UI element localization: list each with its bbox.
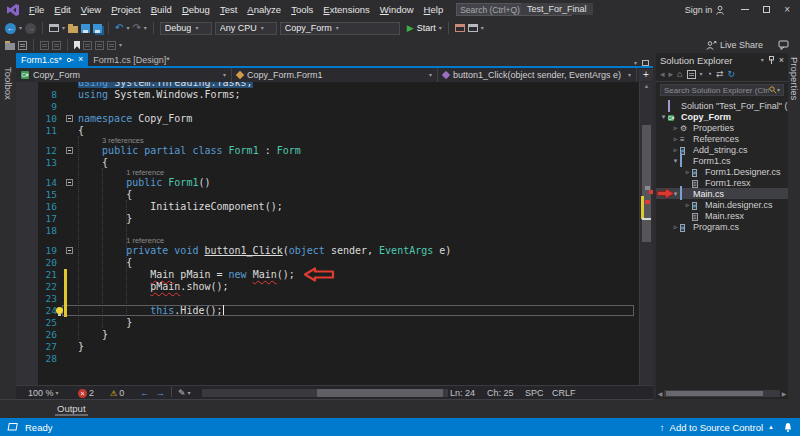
line-ending-indicator[interactable]: CRLF bbox=[552, 387, 576, 399]
navigate-backward-files-button[interactable] bbox=[5, 43, 15, 50]
line-indicator[interactable]: Ln: 24 bbox=[450, 387, 475, 399]
code-line-15[interactable]: 15 { bbox=[16, 189, 639, 201]
toolbar-overflow-icon[interactable]: ▾ bbox=[481, 25, 484, 31]
tree-item-solution-test-for-final-2-of-2-pre[interactable]: Solution "Test_For_Final" (2 of 2 pre bbox=[656, 100, 788, 111]
tree-item-main-designer-cs[interactable]: ▹#Main.designer.cs bbox=[656, 199, 788, 210]
scrollbar-thumb[interactable] bbox=[317, 389, 443, 397]
scrollbar-thumb[interactable] bbox=[666, 391, 763, 396]
undo-dropdown-icon[interactable]: ▾ bbox=[126, 25, 129, 31]
tab-form1-cs[interactable]: Form1.cs* × bbox=[16, 53, 88, 66]
type-dropdown[interactable]: Copy_Form.Form1 ▾ bbox=[232, 68, 438, 82]
menu-tools[interactable]: Tools bbox=[286, 3, 318, 16]
document-list-dropdown-icon[interactable]: ▾ bbox=[634, 60, 637, 66]
tree-item-form1-resx[interactable]: ≡Form1.resx bbox=[656, 177, 788, 188]
solution-platform-select[interactable]: Any CPU ▾ bbox=[215, 22, 277, 35]
code-line-20[interactable]: 20 { bbox=[16, 257, 639, 269]
open-file-button[interactable] bbox=[68, 26, 78, 33]
forward-icon[interactable]: ▸ bbox=[669, 69, 674, 79]
menu-window[interactable]: Window bbox=[375, 3, 419, 16]
collapse-icon[interactable]: ▾ bbox=[659, 113, 668, 121]
minimize-button[interactable] bbox=[741, 9, 749, 10]
codelens-references[interactable]: 1 reference bbox=[126, 169, 164, 177]
switch-views-icon[interactable] bbox=[687, 70, 696, 79]
menu-test[interactable]: Test bbox=[215, 3, 242, 16]
fold-collapse-icon[interactable] bbox=[66, 247, 73, 254]
save-button[interactable] bbox=[81, 24, 90, 33]
tree-item-add-string-cs[interactable]: ▹#Add_string.cs bbox=[656, 144, 788, 155]
startup-project-select[interactable]: Copy_Form ▾ bbox=[280, 22, 400, 35]
menu-analyze[interactable]: Analyze bbox=[242, 3, 286, 16]
tree-item-form1-designer-cs[interactable]: ▹#Form1.Designer.cs bbox=[656, 166, 788, 177]
find-in-files-button[interactable] bbox=[468, 24, 478, 32]
vertical-scrollbar[interactable]: ▲ bbox=[639, 82, 653, 385]
navigate-forward-small-button[interactable]: → bbox=[156, 387, 165, 399]
menu-extensions[interactable]: Extensions bbox=[318, 3, 374, 16]
expand-icon[interactable]: ▹ bbox=[671, 135, 680, 143]
spaces-indicator[interactable]: SPC bbox=[525, 387, 544, 399]
chevron-down-icon[interactable]: ▾ bbox=[700, 71, 703, 77]
notifications-bell-icon[interactable] bbox=[783, 422, 793, 433]
tab-form1-cs-design[interactable]: Form1.cs [Design]* bbox=[88, 53, 175, 66]
expand-icon[interactable]: ▹ bbox=[683, 168, 692, 176]
add-to-source-control-button[interactable]: Add to Source Control bbox=[670, 422, 763, 433]
code-line-12[interactable]: 12 public partial class Form1 : Form bbox=[16, 145, 639, 157]
close-tab-icon[interactable]: × bbox=[78, 55, 83, 64]
tree-item-properties[interactable]: ▹⚙Properties bbox=[656, 122, 788, 133]
close-panel-icon[interactable]: × bbox=[779, 55, 784, 65]
save-all-button[interactable] bbox=[93, 24, 102, 33]
expand-icon[interactable]: ▹ bbox=[671, 146, 680, 154]
menu-project[interactable]: Project bbox=[106, 3, 146, 16]
tree-item-form1-cs[interactable]: ▾Form1.cs bbox=[656, 155, 788, 166]
collapse-icon[interactable]: ▾ bbox=[671, 190, 680, 198]
code-text-area[interactable]: using System.Threading.Tasks;8using Syst… bbox=[16, 82, 639, 385]
warning-count-badge[interactable]: ⚠ 0 bbox=[110, 387, 124, 399]
code-line-22[interactable]: 22 pMain.show(); bbox=[16, 281, 639, 293]
menu-file[interactable]: File bbox=[24, 3, 49, 16]
scroll-left-icon[interactable]: ◀ bbox=[656, 390, 664, 397]
code-line-17[interactable]: 17 } bbox=[16, 213, 639, 225]
code-line-27[interactable]: 27} bbox=[16, 341, 639, 353]
error-count-badge[interactable]: × 2 bbox=[78, 387, 94, 399]
code-line-23[interactable]: 23 bbox=[16, 293, 639, 305]
tree-item-references[interactable]: ▹≡References bbox=[656, 133, 788, 144]
column-indicator[interactable]: Ch: 25 bbox=[487, 387, 514, 399]
next-bookmark-button[interactable] bbox=[95, 41, 104, 50]
navigate-forward-button[interactable]: → bbox=[25, 23, 36, 34]
increase-indent-button[interactable] bbox=[52, 41, 61, 50]
codelens-references[interactable]: 1 reference bbox=[126, 237, 164, 245]
navigate-back-dropdown-icon[interactable]: ▾ bbox=[19, 25, 22, 31]
code-line-21[interactable]: 21 Main pMain = new Main(); bbox=[16, 269, 639, 281]
toolbox-side-tab[interactable]: Toolbox bbox=[0, 53, 16, 399]
new-project-dropdown-icon[interactable]: ▾ bbox=[62, 25, 65, 31]
menu-edit[interactable]: Edit bbox=[49, 3, 75, 16]
pending-changes-filter-icon[interactable]: ◔ bbox=[707, 69, 712, 79]
scrollbar-thumb[interactable] bbox=[642, 125, 651, 242]
fold-collapse-icon[interactable] bbox=[66, 179, 73, 186]
member-dropdown[interactable]: button1_Click(object sender, EventArgs e… bbox=[438, 68, 637, 82]
edit-mode-button[interactable]: ✎ ▾ bbox=[178, 387, 191, 399]
menu-debug[interactable]: Debug bbox=[177, 3, 215, 16]
split-window-button[interactable]: + bbox=[639, 69, 653, 81]
collapse-icon[interactable]: ▾ bbox=[671, 157, 680, 165]
quick-actions-lightbulb-icon[interactable] bbox=[56, 307, 63, 314]
code-line-16[interactable]: 16 InitializeComponent(); bbox=[16, 201, 639, 213]
redo-button[interactable]: ↷ bbox=[132, 22, 140, 34]
project-dropdown[interactable]: C# Copy_Form ▾ bbox=[16, 68, 232, 82]
display-quick-info-button[interactable] bbox=[18, 41, 27, 50]
toggle-bookmark-button[interactable] bbox=[74, 41, 80, 50]
solution-explorer-horizontal-scrollbar[interactable]: ◀ ▶ bbox=[656, 389, 788, 397]
fold-collapse-icon[interactable] bbox=[66, 147, 73, 154]
code-line-10[interactable]: 10namespace Copy_Form bbox=[16, 113, 639, 125]
background-tasks-icon[interactable] bbox=[7, 422, 19, 432]
live-share-button[interactable]: Live Share bbox=[706, 40, 763, 50]
navigate-back-small-button[interactable]: ← bbox=[140, 387, 149, 399]
solution-configuration-select[interactable]: Debug ▾ bbox=[160, 22, 212, 35]
sync-with-active-document-icon[interactable]: ⇄ bbox=[716, 69, 724, 79]
tree-item-copy-form[interactable]: ▾C#Copy_Form bbox=[656, 111, 788, 122]
tree-item-main-cs[interactable]: ▾Main.cs bbox=[656, 188, 788, 199]
fold-collapse-icon[interactable] bbox=[66, 115, 73, 122]
menu-build[interactable]: Build bbox=[146, 3, 177, 16]
code-line-14[interactable]: 14 public Form1() bbox=[16, 177, 639, 189]
chevron-up-icon[interactable]: ▲ bbox=[768, 424, 774, 430]
expand-icon[interactable]: ▹ bbox=[683, 201, 692, 209]
